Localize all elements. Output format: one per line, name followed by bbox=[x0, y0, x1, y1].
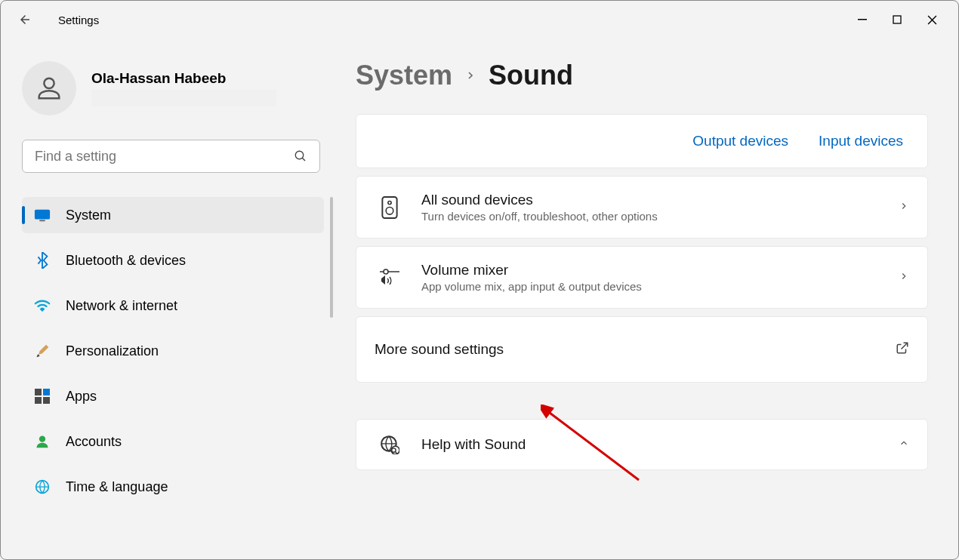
row-description: Turn devices on/off, troubleshoot, other… bbox=[421, 210, 899, 223]
row-title: More sound settings bbox=[375, 341, 896, 358]
nav-item-accounts[interactable]: Accounts bbox=[22, 423, 324, 460]
back-arrow-icon bbox=[18, 13, 32, 26]
avatar bbox=[22, 61, 76, 115]
svg-point-9 bbox=[39, 436, 45, 442]
display-icon bbox=[34, 207, 51, 223]
row-title: Volume mixer bbox=[421, 262, 899, 278]
search-icon bbox=[294, 149, 307, 163]
nav-label: Bluetooth & devices bbox=[66, 253, 186, 269]
nav-label: Personalization bbox=[66, 343, 159, 359]
svg-rect-6 bbox=[43, 389, 50, 395]
globe-clock-icon bbox=[34, 478, 51, 495]
chevron-right-icon bbox=[464, 65, 476, 86]
nav-item-system[interactable]: System bbox=[22, 197, 324, 233]
nav-item-network[interactable]: Network & internet bbox=[22, 288, 324, 324]
nav-item-personalization[interactable]: Personalization bbox=[22, 333, 324, 369]
main-content: System Sound Output devices Input device… bbox=[333, 38, 958, 559]
minimize-button[interactable] bbox=[845, 8, 880, 32]
svg-rect-4 bbox=[39, 220, 45, 221]
nav-label: Accounts bbox=[66, 434, 122, 450]
svg-rect-5 bbox=[35, 389, 42, 395]
nav-label: Network & internet bbox=[66, 298, 177, 314]
mixer-icon bbox=[375, 268, 405, 288]
apps-icon bbox=[34, 388, 51, 405]
row-title: Help with Sound bbox=[421, 436, 899, 453]
row-description: App volume mix, app input & output devic… bbox=[421, 280, 899, 293]
tab-output-devices[interactable]: Output devices bbox=[692, 133, 788, 149]
window-controls bbox=[845, 8, 949, 32]
minimize-icon bbox=[858, 15, 867, 24]
app-title: Settings bbox=[58, 14, 99, 26]
svg-point-13 bbox=[386, 207, 393, 214]
svg-point-12 bbox=[388, 201, 391, 204]
search-input[interactable] bbox=[35, 149, 294, 165]
tab-input-devices[interactable]: Input devices bbox=[819, 133, 903, 149]
svg-rect-0 bbox=[858, 19, 867, 20]
bluetooth-icon bbox=[34, 252, 51, 269]
back-button[interactable] bbox=[10, 5, 40, 35]
person-icon bbox=[34, 433, 51, 450]
nav-label: Apps bbox=[66, 389, 97, 405]
chevron-up-icon bbox=[899, 438, 909, 451]
person-icon bbox=[34, 73, 64, 103]
svg-point-15 bbox=[384, 269, 388, 274]
brush-icon bbox=[34, 343, 51, 359]
volume-mixer-row[interactable]: Volume mixer App volume mix, app input &… bbox=[356, 246, 928, 309]
nav-item-time-language[interactable]: Time & language bbox=[22, 469, 324, 505]
svg-rect-1 bbox=[893, 16, 901, 23]
breadcrumb-parent[interactable]: System bbox=[356, 60, 452, 91]
open-external-icon bbox=[896, 341, 909, 358]
speaker-device-icon bbox=[375, 196, 405, 219]
wifi-icon bbox=[34, 297, 51, 314]
profile-name: Ola-Hassan Habeeb bbox=[91, 70, 276, 87]
page-title: Sound bbox=[489, 60, 573, 91]
nav-label: Time & language bbox=[66, 479, 168, 495]
row-title: All sound devices bbox=[421, 192, 899, 208]
chevron-right-icon bbox=[899, 271, 909, 285]
profile[interactable]: Ola-Hassan Habeeb bbox=[22, 61, 319, 115]
close-button[interactable] bbox=[914, 8, 949, 32]
close-icon bbox=[927, 15, 937, 25]
nav-item-apps[interactable]: Apps bbox=[22, 378, 324, 414]
device-tabs-card: Output devices Input devices bbox=[356, 114, 928, 168]
svg-rect-8 bbox=[43, 397, 50, 404]
svg-point-2 bbox=[295, 151, 304, 159]
profile-email-redacted bbox=[91, 90, 276, 106]
search-box[interactable] bbox=[22, 140, 320, 173]
titlebar: Settings bbox=[1, 1, 958, 38]
nav-label: System bbox=[66, 208, 111, 223]
maximize-button[interactable] bbox=[880, 8, 914, 32]
breadcrumb: System Sound bbox=[356, 60, 928, 91]
nav-item-bluetooth[interactable]: Bluetooth & devices bbox=[22, 242, 324, 278]
maximize-icon bbox=[893, 15, 902, 24]
scrollbar[interactable] bbox=[330, 197, 333, 318]
more-sound-settings-row[interactable]: More sound settings bbox=[356, 316, 928, 383]
chevron-right-icon bbox=[899, 201, 909, 214]
help-with-sound-row[interactable]: Help with Sound bbox=[356, 419, 928, 470]
all-sound-devices-row[interactable]: All sound devices Turn devices on/off, t… bbox=[356, 176, 928, 238]
svg-rect-7 bbox=[35, 397, 42, 404]
globe-help-icon bbox=[375, 435, 405, 454]
svg-rect-3 bbox=[35, 210, 50, 220]
nav-list: System Bluetooth & devices Network & int… bbox=[22, 197, 319, 505]
sidebar: Ola-Hassan Habeeb System Bluetooth & dev… bbox=[1, 38, 333, 559]
